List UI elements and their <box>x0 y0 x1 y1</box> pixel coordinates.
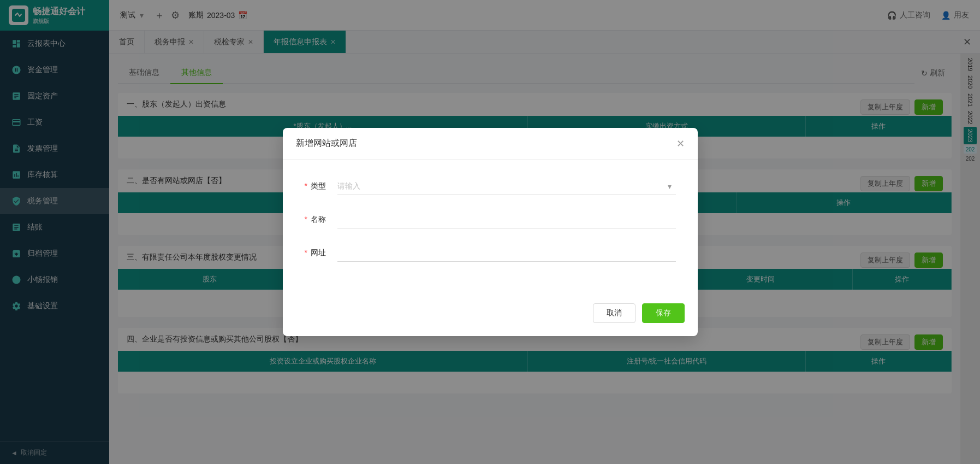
add-website-dialog: 新增网站或网店 ✕ * 类型 ▾ * 名称 <box>283 128 698 336</box>
form-input-url-wrap <box>337 244 676 262</box>
form-field-name: * 名称 <box>305 210 676 228</box>
name-input[interactable] <box>337 210 676 228</box>
form-label-url: * 网址 <box>305 248 337 258</box>
modal-overlay[interactable]: 新增网站或网店 ✕ * 类型 ▾ * 名称 <box>0 0 980 464</box>
cancel-button[interactable]: 取消 <box>593 303 635 323</box>
form-label-type: * 类型 <box>305 181 337 191</box>
form-label-name: * 名称 <box>305 215 337 225</box>
dialog-header: 新增网站或网店 ✕ <box>283 128 698 160</box>
dialog-title: 新增网站或网店 <box>296 138 357 149</box>
save-button[interactable]: 保存 <box>642 303 685 323</box>
dialog-footer: 取消 保存 <box>283 295 698 336</box>
url-input[interactable] <box>337 244 676 262</box>
form-field-url: * 网址 <box>305 244 676 262</box>
dialog-close-button[interactable]: ✕ <box>676 139 685 149</box>
dialog-body: * 类型 ▾ * 名称 * <box>283 160 698 295</box>
form-field-type: * 类型 ▾ <box>305 177 676 195</box>
form-input-name-wrap <box>337 210 676 228</box>
form-input-type-wrap: ▾ <box>337 177 676 195</box>
type-input[interactable] <box>337 177 676 195</box>
